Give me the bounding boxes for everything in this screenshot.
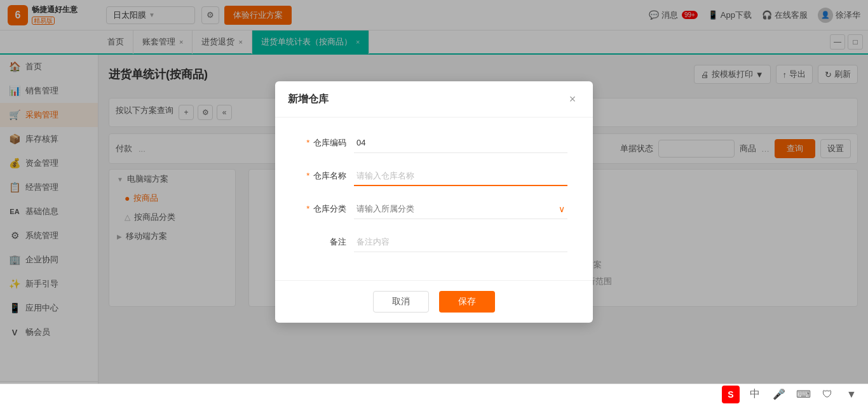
- category-select[interactable]: ∨: [354, 199, 567, 219]
- modal-header: 新增仓库 ×: [275, 81, 593, 118]
- cancel-button[interactable]: 取消: [373, 291, 429, 313]
- field-label-notes: 备注: [301, 236, 346, 248]
- form-row-category: * 仓库分类 ∨: [301, 199, 567, 219]
- modal-close-btn[interactable]: ×: [565, 91, 580, 107]
- mic-icon[interactable]: 🎤: [770, 386, 788, 403]
- notes-input[interactable]: [354, 232, 567, 252]
- field-label-category: * 仓库分类: [301, 203, 346, 215]
- category-dropdown-icon: ∨: [559, 204, 565, 214]
- field-label-code: * 仓库编码: [301, 137, 346, 149]
- warehouse-code-input[interactable]: [354, 133, 567, 153]
- modal-title: 新增仓库: [288, 93, 329, 106]
- add-warehouse-modal: 新增仓库 × * 仓库编码 * 仓库名称: [275, 81, 593, 323]
- shield-icon[interactable]: 🛡: [818, 386, 836, 403]
- form-row-name: * 仓库名称: [301, 166, 567, 186]
- s-logo-icon[interactable]: S: [722, 386, 740, 403]
- more-icon[interactable]: ▼: [843, 386, 860, 403]
- required-mark-name: *: [306, 171, 309, 180]
- modal-footer: 取消 保存: [275, 280, 593, 323]
- warehouse-name-input[interactable]: [354, 166, 567, 186]
- zh-label[interactable]: 中: [746, 386, 764, 403]
- status-bar: S 中 🎤 ⌨ 🛡 ▼: [0, 384, 868, 404]
- category-select-input[interactable]: [356, 204, 559, 213]
- required-mark: *: [306, 138, 309, 147]
- form-row-notes: 备注: [301, 232, 567, 252]
- keyboard-icon[interactable]: ⌨: [794, 386, 812, 403]
- required-mark-category: *: [306, 204, 309, 213]
- modal-body: * 仓库编码 * 仓库名称 * 仓库分类: [275, 118, 593, 280]
- modal-overlay: 新增仓库 × * 仓库编码 * 仓库名称: [0, 0, 868, 404]
- save-button[interactable]: 保存: [439, 291, 495, 313]
- form-row-code: * 仓库编码: [301, 133, 567, 153]
- field-label-name: * 仓库名称: [301, 170, 346, 182]
